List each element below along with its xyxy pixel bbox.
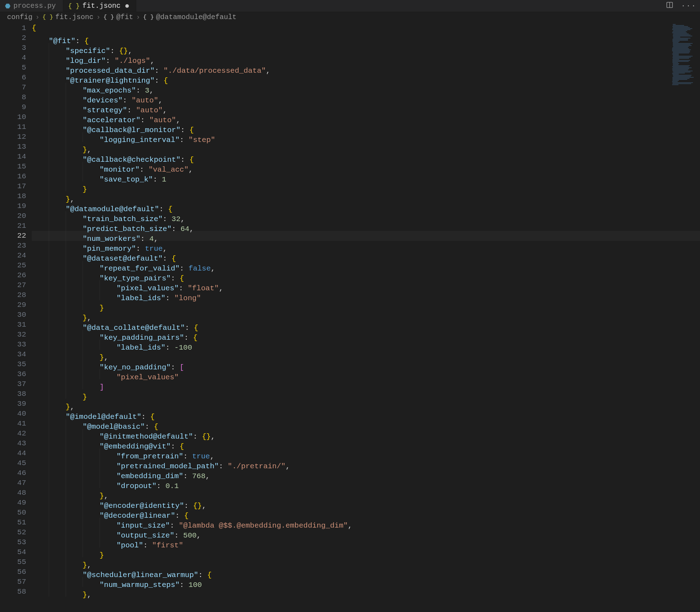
code-line[interactable]: },	[32, 557, 700, 567]
code-line[interactable]: "@data_collate@default": {	[32, 320, 700, 330]
breadcrumb-label: @fit	[116, 13, 133, 21]
code-line[interactable]: "pixel_values"	[32, 369, 700, 379]
code-line[interactable]: "repeat_for_valid": false,	[32, 261, 700, 271]
code-line[interactable]: "specific": {},	[32, 43, 700, 53]
split-editor-icon[interactable]	[665, 0, 675, 12]
code-line[interactable]: "@imodel@default": {	[32, 409, 700, 419]
code-line[interactable]: },	[32, 310, 700, 320]
token-brace: {	[207, 571, 212, 579]
breadcrumb: config›{ }fit.jsonc›{ }@fit›{ }@datamodu…	[0, 12, 700, 22]
token-brace: }	[83, 393, 87, 401]
code-line[interactable]: "input_size": "@lambda @$$.@embedding.em…	[32, 518, 700, 528]
line-number: 30	[0, 310, 26, 320]
code-line[interactable]: },	[32, 191, 700, 201]
code-line[interactable]: "@datamodule@default": {	[32, 201, 700, 211]
code-line[interactable]: "@initmethod@default": {},	[32, 429, 700, 439]
code-line[interactable]: "pretrained_model_path": "./pretrain/",	[32, 458, 700, 468]
code-line[interactable]: "key_padding_pairs": {	[32, 330, 700, 340]
code-line[interactable]: "key_no_padding": [	[32, 360, 700, 369]
code-line[interactable]: "monitor": "val_acc",	[32, 162, 700, 172]
line-number: 24	[0, 251, 26, 261]
code-line[interactable]: "num_warmup_steps": 100	[32, 577, 700, 587]
tab-process-py[interactable]: ⬣process.py	[0, 0, 63, 12]
code-line[interactable]: "train_batch_size": 32,	[32, 211, 700, 221]
code-line[interactable]: "save_top_k": 1	[32, 172, 700, 182]
code-line[interactable]: "pool": "first"	[32, 537, 700, 547]
code-line[interactable]: "pixel_values": "float",	[32, 280, 700, 290]
line-number: 38	[0, 389, 26, 399]
token-brace: {}	[202, 433, 211, 441]
code-line[interactable]: "@encoder@identity": {},	[32, 498, 700, 508]
line-number: 1	[0, 23, 26, 33]
token-brkt: ]	[100, 383, 104, 391]
code-line[interactable]: "output_size": 500,	[32, 528, 700, 537]
code-line[interactable]: "embedding_dim": 768,	[32, 468, 700, 478]
code-line[interactable]: "num_workers": 4,	[32, 231, 700, 241]
code-line[interactable]: "@callback@lr_monitor": {	[32, 122, 700, 132]
code-line[interactable]: "predict_batch_size": 64,	[32, 221, 700, 231]
code-line[interactable]: "log_dir": "./logs",	[32, 53, 700, 63]
code-line[interactable]: "label_ids": -100	[32, 340, 700, 350]
token-pun: :	[183, 472, 192, 480]
code-line[interactable]: "@decoder@linear": {	[32, 508, 700, 518]
breadcrumb-item[interactable]: { }fit.jsonc	[42, 13, 94, 21]
line-number: 3	[0, 43, 26, 53]
code-line[interactable]: "processed_data_dir": "./data/processed_…	[32, 63, 700, 73]
code-line[interactable]: "@trainer@lightning": {	[32, 73, 700, 83]
code-line[interactable]: "devices": "auto",	[32, 93, 700, 102]
code-line[interactable]: }	[32, 389, 700, 399]
breadcrumb-separator-icon: ›	[35, 13, 40, 21]
token-num: 100	[189, 581, 202, 589]
code-line[interactable]: "max_epochs": 3,	[32, 83, 700, 93]
token-pun: ,	[266, 67, 270, 75]
code-area[interactable]: {"@fit": {"specific": {},"log_dir": "./l…	[32, 22, 700, 612]
tab-fit-jsonc[interactable]: { }fit.jsonc	[63, 0, 136, 12]
code-line[interactable]: "dropout": 0.1	[32, 478, 700, 488]
code-line[interactable]: {	[32, 23, 700, 33]
code-line[interactable]: "@callback@checkpoint": {	[32, 152, 700, 162]
breadcrumb-item[interactable]: { }@fit	[103, 13, 133, 21]
breadcrumb-item[interactable]: { }@datamodule@default	[143, 13, 237, 21]
token-pun: ,	[87, 591, 92, 599]
line-number: 21	[0, 221, 26, 231]
token-key: "save_top_k"	[100, 176, 153, 184]
token-str: "@lambda @$$.@embedding.embedding_dim"	[179, 522, 348, 530]
token-pun: :	[193, 433, 202, 441]
code-line[interactable]: "key_type_pairs": {	[32, 271, 700, 280]
code-line[interactable]: "label_ids": "long"	[32, 290, 700, 300]
token-pun: :	[172, 225, 180, 233]
code-line[interactable]: "@embedding@vit": {	[32, 439, 700, 448]
code-line[interactable]: "from_pretrain": true,	[32, 448, 700, 458]
line-number: 16	[0, 172, 26, 182]
token-pun: ,	[286, 462, 290, 470]
line-number: 2	[0, 33, 26, 43]
code-line[interactable]: "@dataset@default": {	[32, 251, 700, 261]
code-editor[interactable]: 1234567891011121314151617181920212223242…	[0, 22, 700, 612]
code-line[interactable]: "strategy": "auto",	[32, 102, 700, 112]
token-str: "./data/processed_data"	[163, 67, 266, 75]
token-brace: {	[32, 24, 36, 32]
object-icon: { }	[143, 14, 154, 20]
line-number: 8	[0, 93, 26, 102]
token-brace: }	[83, 185, 87, 194]
code-line[interactable]: },	[32, 399, 700, 409]
token-pun: :	[155, 77, 163, 85]
line-number: 35	[0, 360, 26, 369]
code-line[interactable]: "logging_interval": "step"	[32, 132, 700, 142]
line-number: 41	[0, 419, 26, 429]
token-str: "./pretrain/"	[228, 462, 286, 470]
code-line[interactable]: "accelerator": "auto",	[32, 112, 700, 122]
code-line[interactable]: "@fit": {	[32, 33, 700, 43]
python-file-icon: ⬣	[5, 2, 11, 10]
line-number: 14	[0, 152, 26, 162]
more-actions-icon[interactable]: ···	[680, 0, 698, 11]
code-line[interactable]: "pin_memory": true,	[32, 241, 700, 251]
code-line[interactable]: "@scheduler@linear_warmup": {	[32, 567, 700, 577]
code-line[interactable]: "@model@basic": {	[32, 419, 700, 429]
line-number: 10	[0, 112, 26, 122]
line-number: 9	[0, 102, 26, 112]
line-number: 4	[0, 53, 26, 63]
tab-bar: ⬣process.py{ }fit.jsonc ···	[0, 0, 700, 12]
token-brkt: [	[180, 363, 184, 372]
breadcrumb-item[interactable]: config	[7, 13, 32, 21]
